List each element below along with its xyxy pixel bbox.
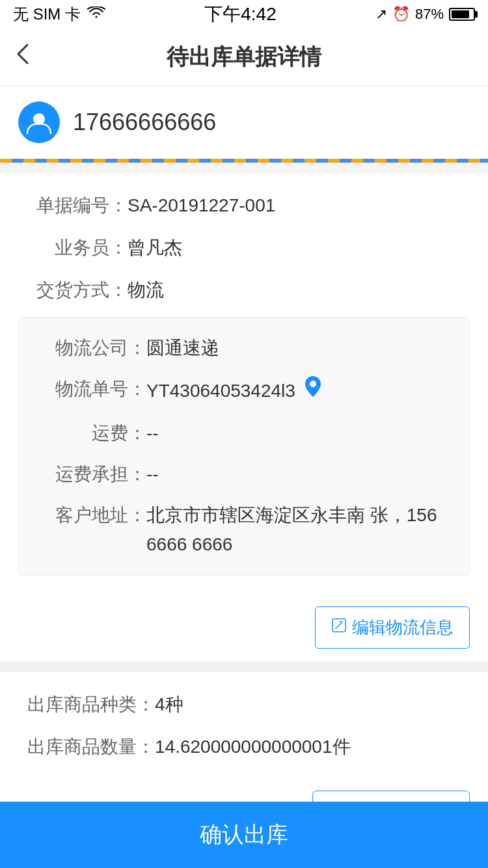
document-number-value: SA-20191227-001 [128,191,470,221]
address-value: 北京市市辖区海淀区永丰南 张，156 6666 6666 [146,501,451,560]
page-title: 待出库单据详情 [167,42,321,72]
edit-icon [331,617,347,638]
tracking-number-value: YT43064053424l3 [146,375,451,407]
document-number-row: 单据编号： SA-20191227-001 [18,191,470,221]
product-category-value: 4种 [155,690,470,720]
logistics-company-label: 物流公司： [37,334,146,363]
confirm-btn-container: 确认出库 [0,802,488,868]
product-category-label: 出库商品种类： [18,690,155,720]
svg-point-1 [310,381,316,387]
customer-phone: 17666666666 [73,109,216,136]
delivery-method-label: 交货方式： [18,276,128,305]
tracking-number-row: 物流单号： YT43064053424l3 [37,375,451,407]
logistics-company-row: 物流公司： 圆通速递 [37,334,451,363]
customer-header: 17666666666 [0,86,488,159]
product-info-section: 出库商品种类： 4种 出库商品数量： 14.620000000000001件 [0,672,488,780]
dashed-divider [0,159,488,163]
salesperson-row: 业务员： 曾凡杰 [18,234,470,263]
address-row: 客户地址： 北京市市辖区海淀区永丰南 张，156 6666 6666 [37,501,451,560]
battery-icon [449,8,475,21]
alarm-icon: ⏰ [392,6,410,23]
delivery-method-row: 交货方式： 物流 [18,276,470,305]
delivery-method-value: 物流 [128,276,470,305]
freight-label: 运费： [37,419,146,448]
freight-row: 运费： -- [37,419,451,448]
logistics-company-value: 圆通速递 [146,334,451,363]
logistics-card: 物流公司： 圆通速递 物流单号： YT43064053424l3 运费： -- … [18,318,470,575]
status-right: ↗ ⏰ 87% [375,6,475,23]
product-category-row: 出库商品种类： 4种 [18,690,470,720]
edit-btn-row: 编辑物流信息 [0,593,488,662]
product-quantity-label: 出库商品数量： [18,733,155,762]
salesperson-value: 曾凡杰 [128,234,470,263]
freight-bearer-label: 运费承担： [37,460,146,489]
salesperson-label: 业务员： [18,234,128,263]
battery-percent: 87% [415,6,444,23]
basic-info-section: 单据编号： SA-20191227-001 业务员： 曾凡杰 交货方式： 物流 … [0,173,488,593]
map-pin-icon[interactable] [303,375,323,407]
freight-bearer-row: 运费承担： -- [37,460,451,489]
avatar [18,102,60,143]
wifi-icon [87,5,105,23]
section-divider [0,662,488,672]
document-number-label: 单据编号： [18,191,128,221]
edit-logistics-button[interactable]: 编辑物流信息 [315,606,470,649]
time-display: 下午4:42 [204,2,277,27]
carrier-text: 无 SIM 卡 [13,4,81,25]
back-button[interactable] [16,42,30,72]
status-bar: 无 SIM 卡 下午4:42 ↗ ⏰ 87% [0,0,488,29]
product-quantity-value: 14.620000000000001件 [155,733,470,762]
product-quantity-row: 出库商品数量： 14.620000000000001件 [18,733,470,762]
freight-value: -- [146,419,451,448]
tracking-number-label: 物流单号： [37,375,146,404]
confirm-outbound-button[interactable]: 确认出库 [0,820,488,850]
nav-bar: 待出库单据详情 [0,29,488,86]
freight-bearer-value: -- [146,460,451,489]
status-left: 无 SIM 卡 [13,4,105,25]
location-icon: ↗ [375,6,387,23]
address-label: 客户地址： [37,501,146,530]
edit-logistics-label: 编辑物流信息 [352,616,454,639]
